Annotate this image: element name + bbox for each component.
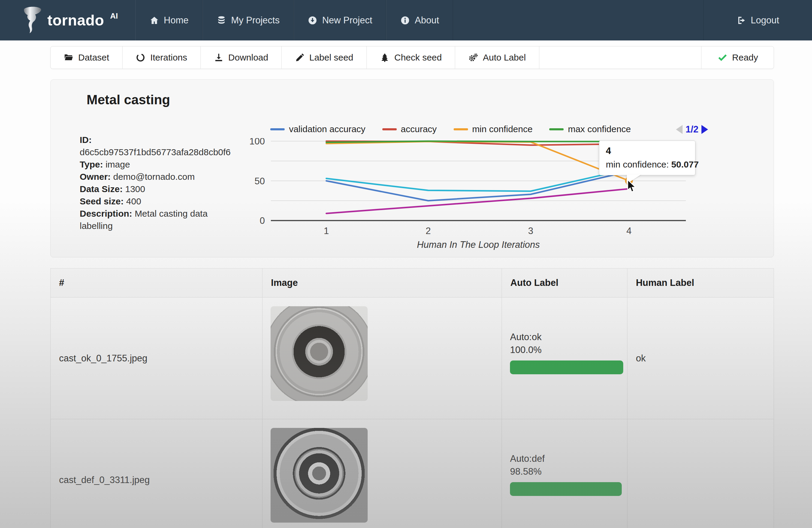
human-label-cell[interactable] <box>627 419 774 528</box>
arrow-circle-icon <box>308 16 317 25</box>
iterations-chart[interactable]: validation accuracyaccuracymin confidenc… <box>245 122 719 257</box>
svg-text:1: 1 <box>323 226 329 236</box>
legend-swatch-icon <box>549 128 564 130</box>
ready-status-button[interactable]: Ready <box>701 46 774 69</box>
legend-pager: 1/2 <box>676 124 708 135</box>
confidence-bar <box>510 482 622 496</box>
col-header-index: # <box>50 269 262 298</box>
tooltip-series-value: min confidence:50.077 <box>606 159 688 170</box>
info-circle-icon <box>400 16 410 25</box>
auto-label-cell: Auto:def 98.58% <box>502 419 627 528</box>
nav-items: Home My Projects New Project <box>135 0 453 41</box>
legend-item[interactable]: max confidence <box>549 124 631 134</box>
legend-item[interactable]: accuracy <box>382 124 437 134</box>
svg-text:4: 4 <box>626 226 631 236</box>
project-title: Metal casting <box>87 92 170 107</box>
legend-next-icon[interactable] <box>701 125 708 134</box>
nav-item-my-projects[interactable]: My Projects <box>203 0 294 41</box>
auto-label-label: Auto Label <box>483 53 525 62</box>
image-cell <box>262 298 502 419</box>
legend-swatch-icon <box>382 128 397 130</box>
brand[interactable]: tornado AI <box>0 0 135 41</box>
folder-icon <box>64 53 73 62</box>
download-label: Download <box>228 53 268 62</box>
legend-label: max confidence <box>568 124 631 134</box>
legend-swatch-icon <box>270 128 285 130</box>
nav-item-home[interactable]: Home <box>135 0 203 41</box>
confidence-bar <box>510 360 623 374</box>
label-seed-button[interactable]: Label seed <box>282 46 367 69</box>
nav-spacer <box>453 0 703 41</box>
download-icon <box>214 53 223 62</box>
pencil-icon <box>295 53 304 62</box>
database-icon <box>217 16 226 25</box>
svg-text:2: 2 <box>425 226 431 236</box>
col-header-auto-label: Auto Label <box>502 269 627 298</box>
iterations-button[interactable]: Iterations <box>122 46 201 69</box>
legend-items: validation accuracyaccuracymin confidenc… <box>270 124 631 134</box>
detail-seed-size: Seed size: 400 <box>80 195 238 208</box>
detail-owner: Owner: demo@tornado.com <box>80 171 238 183</box>
filename-cell: cast_def_0_3311.jpeg <box>50 419 262 528</box>
auto-label-button[interactable]: Auto Label <box>455 46 539 69</box>
legend-item[interactable]: min confidence <box>454 124 533 134</box>
brand-suffix: AI <box>110 11 118 21</box>
ready-status-label: Ready <box>732 53 758 62</box>
home-icon <box>149 16 159 25</box>
gears-icon <box>468 53 478 62</box>
project-details: ID: d6c5cb97537f1bd56773afa28d8cb0f6 Typ… <box>80 134 238 232</box>
top-navbar: tornado AI Home My Projects <box>0 0 812 41</box>
casting-part-image[interactable] <box>271 306 368 401</box>
tooltip-x-value: 4 <box>606 146 688 156</box>
nav-item-label: New Project <box>322 15 372 26</box>
check-icon <box>717 53 727 62</box>
human-label-cell[interactable]: ok <box>627 298 774 419</box>
logout-label: Logout <box>751 15 779 26</box>
nav-item-about[interactable]: About <box>386 0 453 41</box>
legend-label: min confidence <box>472 124 533 134</box>
legend-prev-icon[interactable] <box>676 125 683 134</box>
chart-x-axis-title: Human In The Loop Iterations <box>271 240 686 250</box>
nav-item-new-project[interactable]: New Project <box>294 0 386 41</box>
table-row: cast_def_0_3311.jpeg Auto:def 98.58% <box>50 419 774 528</box>
dataset-label: Dataset <box>78 53 109 62</box>
nav-item-label: Home <box>164 15 189 26</box>
auto-label-text: Auto:ok <box>510 330 627 343</box>
table-row: cast_ok_0_1755.jpeg Auto:ok 100.0% ok <box>50 298 774 419</box>
confidence-text: 98.58% <box>510 465 627 478</box>
legend-page-label: 1/2 <box>685 124 698 135</box>
confidence-bar-track <box>510 482 623 496</box>
filename-cell: cast_ok_0_1755.jpeg <box>50 298 262 419</box>
download-button[interactable]: Download <box>201 46 282 69</box>
chart-legend: validation accuracyaccuracymin confidenc… <box>245 122 719 137</box>
legend-swatch-icon <box>454 128 468 130</box>
logout-button[interactable]: Logout <box>703 0 812 41</box>
svg-text:3: 3 <box>528 226 533 236</box>
image-cell <box>262 419 502 528</box>
detail-description: Description: Metal casting data labellin… <box>80 208 238 232</box>
legend-item[interactable]: validation accuracy <box>270 124 365 134</box>
check-seed-label: Check seed <box>394 53 442 62</box>
auto-label-text: Auto:def <box>510 452 627 465</box>
confidence-text: 100.0% <box>510 343 627 356</box>
circle-notch-icon <box>136 53 145 62</box>
detail-data-size: Data Size: 1300 <box>80 183 238 195</box>
brand-name: tornado <box>47 12 104 29</box>
detail-type: Type: image <box>80 158 238 171</box>
chart-tooltip: 4 min confidence:50.077 <box>599 141 695 175</box>
labeling-table: # Image Auto Label Human Label cast_ok_0… <box>50 268 774 528</box>
svg-text:50: 50 <box>255 176 265 186</box>
legend-label: accuracy <box>401 124 437 134</box>
nav-item-label: My Projects <box>231 15 279 26</box>
tree-icon <box>380 53 390 62</box>
check-seed-button[interactable]: Check seed <box>367 46 455 69</box>
svg-text:0: 0 <box>260 215 265 226</box>
mouse-cursor-icon <box>627 179 637 194</box>
auto-label-cell: Auto:ok 100.0% <box>502 298 627 419</box>
casting-part-image[interactable] <box>271 428 368 523</box>
col-header-image: Image <box>262 269 502 298</box>
logout-icon <box>737 16 746 25</box>
tornado-logo-icon <box>24 6 42 34</box>
iterations-label: Iterations <box>150 53 187 62</box>
dataset-button[interactable]: Dataset <box>50 46 122 69</box>
